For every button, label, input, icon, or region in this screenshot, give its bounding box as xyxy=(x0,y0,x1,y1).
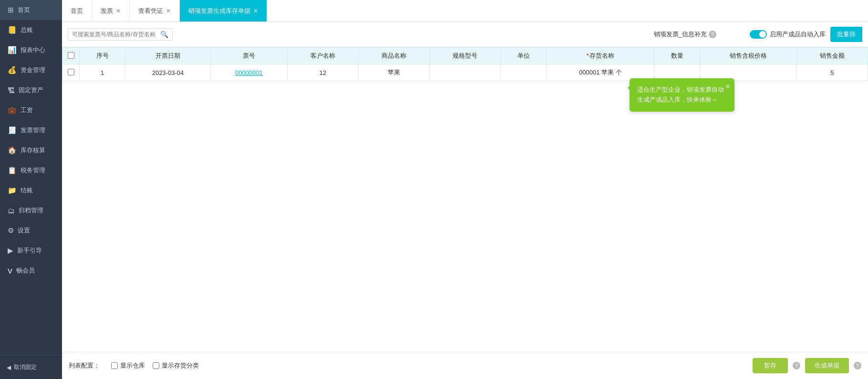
td-invoice-no[interactable]: 00000001 xyxy=(210,64,287,81)
th-seq: 序号 xyxy=(80,48,125,64)
toggle-area: 启用产成品自动入库 xyxy=(750,30,826,39)
tab-invoice[interactable]: 发票 ✕ xyxy=(92,0,130,21)
sidebar-item-ledger[interactable]: 📒 总账 xyxy=(0,20,62,40)
info-label-text: 销项发票_信息补充 xyxy=(654,30,707,39)
reports-icon: 📊 xyxy=(8,46,17,54)
td-spec xyxy=(430,64,501,81)
sidebar-item-payroll[interactable]: 💼 工资 xyxy=(0,100,62,120)
sidebar-item-vip[interactable]: V 畅会员 xyxy=(0,261,62,281)
settings-icon: ⚙ xyxy=(8,226,14,235)
tab-voucher-close[interactable]: ✕ xyxy=(166,8,171,14)
th-unit: 单位 xyxy=(501,48,547,64)
search-input[interactable] xyxy=(72,31,160,38)
bottom-actions: 暂存 ? 生成单据 ? xyxy=(753,358,861,373)
pin-label: 取消固定 xyxy=(14,363,37,371)
th-sales-amount: 销售金额 xyxy=(796,48,868,64)
show-warehouse-wrap[interactable]: 显示仓库 xyxy=(111,361,145,370)
tab-home[interactable]: 首页 xyxy=(62,0,92,21)
sidebar-item-label: 税务管理 xyxy=(21,166,45,175)
home-icon: ⊞ xyxy=(8,6,14,14)
invoice-no-link[interactable]: 00000001 xyxy=(235,69,263,76)
show-warehouse-label: 显示仓库 xyxy=(120,361,145,370)
data-table: 序号 开票日期 票号 客户名称 商品名称 规格型号 单位 *存货名称 数量 销售… xyxy=(62,47,868,81)
row-checkbox[interactable] xyxy=(68,69,74,75)
show-category-checkbox[interactable] xyxy=(153,362,159,369)
sidebar-bottom: ◀ 取消固定 xyxy=(0,355,62,379)
table-wrap: 序号 开票日期 票号 客户名称 商品名称 规格型号 单位 *存货名称 数量 销售… xyxy=(62,47,868,352)
guide-icon: ▶ xyxy=(8,246,13,255)
tax-icon: 📋 xyxy=(8,166,17,175)
sidebar-item-label: 设置 xyxy=(18,226,30,235)
tooltip-bubble: ✕ 适合生产型企业，销项发票自动生成产成品入库，快来体验～ xyxy=(630,78,734,112)
sidebar-item-label: 固定资产 xyxy=(19,86,43,95)
sidebar-item-label: 首页 xyxy=(18,6,30,14)
tab-invoice-close[interactable]: ✕ xyxy=(116,8,121,14)
tab-bar: 首页 发票 ✕ 查看凭证 ✕ 销项发票生成库存单据 ✕ xyxy=(62,0,868,22)
fixed-assets-icon: 🏗 xyxy=(8,86,15,95)
td-customer: 12 xyxy=(287,64,358,81)
tooltip-close-button[interactable]: ✕ xyxy=(725,81,731,92)
settle-icon: 📁 xyxy=(8,186,17,195)
sidebar-item-home[interactable]: ⊞ 首页 xyxy=(0,0,62,20)
generate-button[interactable]: 生成单据 xyxy=(805,358,849,373)
sidebar-item-label: 资金管理 xyxy=(21,66,45,74)
info-help-icon[interactable]: ? xyxy=(709,31,716,38)
show-category-label: 显示存货分类 xyxy=(162,361,199,370)
sidebar-item-inventory[interactable]: 🏠 库存核算 xyxy=(0,140,62,160)
tab-active[interactable]: 销项发票生成库存单据 ✕ xyxy=(180,0,267,21)
toggle-label: 启用产成品自动入库 xyxy=(770,30,826,39)
sidebar-item-reports[interactable]: 📊 报表中心 xyxy=(0,40,62,60)
tab-active-close[interactable]: ✕ xyxy=(253,8,258,14)
search-box[interactable]: 🔍 xyxy=(68,28,173,41)
tab-active-label: 销项发票生成库存单据 xyxy=(188,7,250,15)
generate-help-icon[interactable]: ? xyxy=(854,362,861,369)
sidebar-item-invoice-mgmt[interactable]: 🧾 发票管理 xyxy=(0,120,62,140)
table-header-row: 序号 开票日期 票号 客户名称 商品名称 规格型号 单位 *存货名称 数量 销售… xyxy=(62,48,868,64)
th-price-tax: 销售含税价格 xyxy=(700,48,796,64)
td-date: 2023-03-04 xyxy=(125,64,211,81)
sidebar-item-tax[interactable]: 📋 税务管理 xyxy=(0,160,62,180)
sidebar-item-guide[interactable]: ▶ 新手引导 xyxy=(0,241,62,261)
sidebar-item-label: 归档管理 xyxy=(19,206,43,215)
sidebar-item-fixed-assets[interactable]: 🏗 固定资产 xyxy=(0,80,62,100)
archive-icon: 🗂 xyxy=(8,207,15,215)
th-customer: 客户名称 xyxy=(287,48,358,64)
select-all-checkbox[interactable] xyxy=(68,52,74,59)
invoice-mgmt-icon: 🧾 xyxy=(8,126,17,135)
tab-home-label: 首页 xyxy=(71,7,83,15)
th-quantity: 数量 xyxy=(654,48,700,64)
sidebar-pin-button[interactable]: ◀ 取消固定 xyxy=(0,359,62,375)
funds-icon: 💰 xyxy=(8,66,17,74)
save-button[interactable]: 暂存 xyxy=(753,358,788,373)
sidebar-item-settle[interactable]: 📁 结账 xyxy=(0,180,62,200)
sidebar-item-label: 报表中心 xyxy=(21,46,45,54)
save-help-icon[interactable]: ? xyxy=(793,362,800,369)
tab-invoice-label: 发票 xyxy=(101,7,113,15)
td-sales-amount: 5 xyxy=(796,64,868,81)
sidebar-item-label: 库存核算 xyxy=(21,146,45,155)
show-category-wrap[interactable]: 显示存货分类 xyxy=(153,361,199,370)
table-row: 1 2023-03-04 00000001 12 苹果 000001 苹果 个 … xyxy=(62,64,868,81)
th-product: 商品名称 xyxy=(359,48,430,64)
th-date: 开票日期 xyxy=(125,48,211,64)
sidebar-item-archive[interactable]: 🗂 归档管理 xyxy=(0,200,62,221)
auto-warehouse-toggle[interactable] xyxy=(750,30,767,39)
sidebar: ⊞ 首页 📒 总账 📊 报表中心 💰 资金管理 🏗 固定资产 💼 工资 🧾 发票… xyxy=(0,0,62,379)
th-inventory-name: *存货名称 xyxy=(547,48,654,64)
info-label-area: 销项发票_信息补充 ? xyxy=(654,30,716,39)
sidebar-item-label: 总账 xyxy=(21,26,33,34)
show-warehouse-checkbox[interactable] xyxy=(111,362,118,369)
bottom-bar: 列表配置： 显示仓库 显示存货分类 暂存 ? 生成单据 ? xyxy=(62,352,868,379)
td-unit xyxy=(501,64,547,81)
tab-voucher[interactable]: 查看凭证 ✕ xyxy=(130,0,180,21)
main-area: 首页 发票 ✕ 查看凭证 ✕ 销项发票生成库存单据 ✕ 🔍 销项发票_信息补充 … xyxy=(62,0,868,379)
payroll-icon: 💼 xyxy=(8,106,17,115)
td-seq: 1 xyxy=(80,64,125,81)
sidebar-item-funds[interactable]: 💰 资金管理 xyxy=(0,60,62,80)
batch-button[interactable]: 批量筛 xyxy=(830,27,862,42)
td-product: 苹果 xyxy=(359,64,430,81)
sidebar-item-label: 工资 xyxy=(21,106,33,115)
toolbar: 🔍 销项发票_信息补充 ? 启用产成品自动入库 批量筛 xyxy=(62,22,868,47)
sidebar-item-settings[interactable]: ⚙ 设置 xyxy=(0,221,62,241)
content-area: 🔍 销项发票_信息补充 ? 启用产成品自动入库 批量筛 xyxy=(62,22,868,379)
